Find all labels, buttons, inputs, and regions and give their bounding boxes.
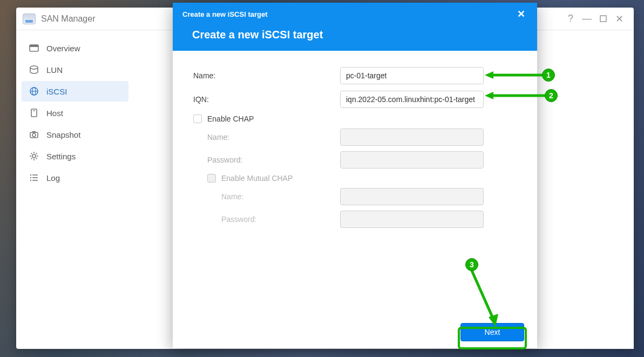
- sidebar-item-label: LUN: [46, 65, 63, 75]
- sidebar-item-label: Settings: [46, 152, 76, 161]
- sidebar-item-label: Host: [46, 109, 63, 118]
- sidebar: Overview LUN iSCSI Host: [16, 30, 134, 349]
- next-button[interactable]: Next: [460, 323, 524, 341]
- sidebar-item-label: Overview: [46, 44, 80, 53]
- sidebar-item-label: Snapshot: [46, 130, 80, 139]
- svg-point-12: [32, 154, 36, 158]
- svg-rect-2: [30, 45, 38, 47]
- mutual-name-label: Name:: [221, 192, 340, 201]
- svg-rect-7: [31, 109, 37, 117]
- mutual-name-input: [340, 188, 484, 205]
- chap-name-label: Name:: [207, 133, 340, 142]
- chap-name-input: [340, 129, 484, 146]
- help-button[interactable]: ?: [562, 11, 579, 27]
- sidebar-item-iscsi[interactable]: iSCSI: [22, 81, 128, 102]
- sidebar-item-label: Log: [46, 173, 60, 183]
- enable-mutual-chap-label: Enable Mutual CHAP: [221, 174, 293, 183]
- mutual-password-label: Password:: [221, 215, 340, 224]
- dialog-body: Name: IQN: Enable CHAP Name: Password: E…: [173, 51, 537, 316]
- svg-point-15: [30, 180, 31, 181]
- svg-point-14: [30, 177, 31, 178]
- enable-chap-checkbox[interactable]: [193, 114, 202, 123]
- chap-password-input: [340, 151, 484, 169]
- globe-icon: [28, 85, 40, 97]
- sidebar-item-overview[interactable]: Overview: [22, 38, 128, 58]
- sidebar-item-snapshot[interactable]: Snapshot: [22, 124, 128, 145]
- sidebar-item-lun[interactable]: LUN: [22, 59, 128, 80]
- iqn-label: IQN:: [193, 95, 340, 104]
- host-icon: [28, 107, 40, 119]
- dialog-footer: Next: [173, 316, 537, 348]
- app-title: SAN Manager: [41, 14, 96, 24]
- annotation-badge-2: 2: [545, 89, 558, 102]
- disk-icon: [28, 64, 40, 76]
- enable-chap-label: Enable CHAP: [207, 114, 254, 123]
- camera-icon: [28, 129, 40, 140]
- annotation-badge-1: 1: [542, 69, 555, 82]
- svg-rect-11: [32, 131, 36, 133]
- sidebar-item-label: iSCSI: [46, 87, 67, 96]
- svg-point-10: [32, 133, 36, 137]
- svg-point-13: [30, 174, 31, 176]
- list-icon: [28, 172, 40, 184]
- name-label: Name:: [193, 71, 340, 80]
- enable-mutual-chap-checkbox: [207, 174, 216, 183]
- maximize-button[interactable]: [595, 11, 611, 27]
- dialog-window-title: Create a new iSCSI target: [182, 10, 268, 18]
- app-logo-icon: [23, 14, 36, 24]
- sidebar-item-settings[interactable]: Settings: [22, 146, 128, 166]
- sidebar-item-host[interactable]: Host: [22, 103, 128, 123]
- chap-password-label: Password:: [207, 156, 340, 164]
- close-window-button[interactable]: ✕: [611, 11, 627, 27]
- gear-icon: [28, 150, 40, 162]
- sidebar-item-log[interactable]: Log: [22, 167, 128, 188]
- iqn-input[interactable]: [340, 91, 484, 108]
- dialog-header: Create a new iSCSI target ✕ Create a new…: [173, 3, 537, 51]
- annotation-badge-3: 3: [465, 258, 478, 271]
- close-dialog-button[interactable]: ✕: [515, 8, 527, 20]
- create-iscsi-target-dialog: Create a new iSCSI target ✕ Create a new…: [173, 3, 537, 348]
- svg-rect-0: [600, 16, 606, 22]
- name-input[interactable]: [340, 67, 484, 84]
- minimize-button[interactable]: —: [579, 11, 595, 27]
- svg-point-3: [30, 66, 38, 69]
- dashboard-icon: [28, 42, 40, 54]
- mutual-password-input: [340, 211, 484, 228]
- dialog-heading: Create a new iSCSI target: [192, 29, 527, 41]
